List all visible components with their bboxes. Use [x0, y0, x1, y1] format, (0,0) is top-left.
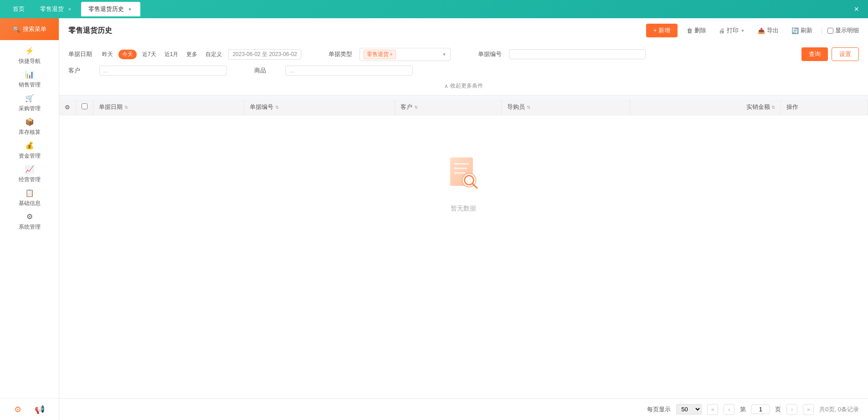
- th-settings[interactable]: ⚙: [59, 99, 76, 115]
- bill-no-label: 单据编号: [478, 50, 505, 58]
- sidebar-item-quick-nav[interactable]: ⚡ 快捷导航: [0, 44, 59, 67]
- bill-no-input[interactable]: [509, 49, 646, 59]
- bill-type-select[interactable]: 零售退货 × ▼: [360, 48, 451, 61]
- refresh-button[interactable]: 🔄 刷新: [788, 25, 816, 36]
- tab-retail-return-history-close[interactable]: ×: [127, 6, 133, 12]
- page-label-prefix: 第: [740, 405, 746, 414]
- collapse-button[interactable]: ∧ 收起更多条件: [439, 80, 488, 92]
- purchase-icon: 🛒: [25, 94, 34, 103]
- goods-select[interactable]: ...: [285, 66, 413, 76]
- delete-icon: 🗑: [687, 27, 693, 34]
- th-amount[interactable]: 实销金额 ⇅: [630, 99, 781, 115]
- table-header-row: ⚙ 单据日期 ⇅ 单据编号 ⇅ 客户: [59, 99, 868, 115]
- sidebar-item-sales[interactable]: 📊 销售管理: [0, 67, 59, 91]
- bill-type-tag: 零售退货 ×: [364, 50, 396, 59]
- filter-bill-no: 单据编号: [478, 49, 646, 59]
- search-icon: 🔍: [13, 26, 20, 33]
- date-filter-label: 单据日期: [68, 50, 96, 58]
- export-icon: 📤: [758, 27, 765, 34]
- table-container: ⚙ 单据日期 ⇅ 单据编号 ⇅ 客户: [59, 99, 868, 398]
- tab-retail-return-close[interactable]: ×: [67, 6, 73, 12]
- empty-state: 暂无数据: [59, 115, 868, 249]
- date-option-custom[interactable]: 自定义: [203, 50, 225, 59]
- audio-footer-icon[interactable]: 📢: [35, 405, 45, 415]
- sidebar-item-finance[interactable]: 💰 资金管理: [0, 138, 59, 162]
- date-options: 昨天 今天 近7天 近1月 更多 自定义: [99, 50, 225, 59]
- date-option-more[interactable]: 更多: [184, 50, 200, 59]
- bill-type-tag-close[interactable]: ×: [390, 52, 393, 57]
- toolbar-divider: [822, 27, 822, 34]
- operations-icon: 📈: [25, 165, 34, 174]
- sidebar-item-basic-info[interactable]: 📋 基础信息: [0, 186, 59, 210]
- th-amount-label: 实销金额: [746, 103, 770, 110]
- first-page-button[interactable]: «: [707, 404, 718, 415]
- last-page-button[interactable]: »: [803, 404, 814, 415]
- sales-icon: 📊: [25, 70, 34, 79]
- bill-type-label: 单据类型: [329, 50, 356, 58]
- print-button[interactable]: 🖨 打印 ▼: [715, 25, 749, 36]
- empty-row: 暂无数据: [59, 115, 868, 250]
- page-number-input[interactable]: [751, 405, 770, 414]
- sidebar: 🔍 搜索菜单 ⚡ 快捷导航 📊 销售管理 🛒 采购管理 📦 库存核算 💰: [0, 18, 59, 420]
- sidebar-item-finance-label: 资金管理: [19, 152, 41, 160]
- sidebar-item-system-label: 系统管理: [19, 223, 41, 231]
- tab-list: 首页 零售退货 × 零售退货历史 ×: [5, 2, 850, 16]
- customer-select[interactable]: ...: [99, 66, 227, 76]
- add-button[interactable]: + 新增: [646, 24, 678, 37]
- sidebar-item-purchase-label: 采购管理: [19, 105, 41, 113]
- collapse-row: ∧ 收起更多条件: [68, 80, 859, 95]
- query-button[interactable]: 查询: [801, 47, 828, 61]
- date-option-1month[interactable]: 近1月: [162, 50, 181, 59]
- date-option-today[interactable]: 今天: [118, 50, 137, 59]
- sidebar-item-system[interactable]: ⚙ 系统管理: [0, 210, 59, 233]
- th-bill-no[interactable]: 单据编号 ⇅: [244, 99, 395, 115]
- sidebar-search[interactable]: 🔍 搜索菜单: [0, 18, 59, 40]
- next-page-button[interactable]: ›: [786, 404, 797, 415]
- window-close-button[interactable]: ×: [850, 3, 863, 16]
- select-all-checkbox[interactable]: [82, 103, 87, 109]
- settings-footer-icon[interactable]: ⚙: [14, 405, 21, 415]
- th-bill-date[interactable]: 单据日期 ⇅: [93, 99, 244, 115]
- th-checkbox[interactable]: [76, 99, 93, 115]
- date-option-yesterday[interactable]: 昨天: [99, 50, 116, 59]
- page-size-label: 每页显示: [647, 405, 671, 414]
- filter-row-1: 单据日期 昨天 今天 近7天 近1月 更多 自定义 2023-06-02 至 2…: [68, 47, 859, 61]
- th-customer[interactable]: 客户 ⇅: [395, 99, 502, 115]
- settings-button[interactable]: 设置: [832, 47, 859, 61]
- date-option-7days[interactable]: 近7天: [139, 50, 159, 59]
- filter-section: 单据日期 昨天 今天 近7天 近1月 更多 自定义 2023-06-02 至 2…: [68, 43, 859, 95]
- tab-retail-return-history[interactable]: 零售退货历史 ×: [81, 2, 140, 16]
- tab-retail-return[interactable]: 零售退货 ×: [33, 2, 80, 16]
- th-actions: 操作: [781, 99, 868, 115]
- empty-illustration: [441, 152, 486, 197]
- display-detail-checkbox[interactable]: [827, 28, 833, 34]
- date-range-display[interactable]: 2023-06-02 至 2023-06-02: [228, 49, 301, 60]
- sidebar-item-purchase[interactable]: 🛒 采购管理: [0, 91, 59, 115]
- collapse-up-icon: ∧: [444, 83, 448, 89]
- toolbar: + 新增 🗑 删除 🖨 打印 ▼ 📤 导出 🔄: [646, 24, 859, 37]
- sidebar-item-inventory[interactable]: 📦 库存核算: [0, 115, 59, 138]
- empty-text: 暂无数据: [451, 205, 476, 213]
- inventory-icon: 📦: [25, 118, 34, 127]
- th-guide[interactable]: 导购员 ⇅: [501, 99, 630, 115]
- refresh-icon: 🔄: [791, 27, 799, 34]
- finance-icon: 💰: [25, 141, 34, 150]
- svg-rect-1: [454, 163, 469, 164]
- print-icon: 🖨: [719, 27, 725, 34]
- basic-info-icon: 📋: [25, 189, 34, 198]
- svg-rect-3: [454, 172, 465, 174]
- prev-page-button[interactable]: ‹: [724, 404, 734, 415]
- page-label-suffix: 页: [775, 405, 781, 414]
- customer-placeholder: ...: [103, 67, 108, 74]
- sort-guide-icon: ⇅: [527, 105, 530, 110]
- page-header: 零售退货历史 + 新增 🗑 删除 🖨 打印 ▼ 📤 导出: [59, 18, 868, 96]
- table-body: 暂无数据: [59, 115, 868, 250]
- export-button[interactable]: 📤 导出: [754, 25, 782, 36]
- sidebar-item-basic-info-label: 基础信息: [19, 200, 41, 207]
- sidebar-item-operations[interactable]: 📈 经营管理: [0, 162, 59, 186]
- page-size-select[interactable]: 50 10 20 100: [676, 404, 702, 415]
- delete-button[interactable]: 🗑 删除: [683, 25, 710, 36]
- main-layout: 🔍 搜索菜单 ⚡ 快捷导航 📊 销售管理 🛒 采购管理 📦 库存核算 💰: [0, 18, 868, 420]
- data-table: ⚙ 单据日期 ⇅ 单据编号 ⇅ 客户: [59, 99, 868, 249]
- tab-home[interactable]: 首页: [5, 2, 32, 16]
